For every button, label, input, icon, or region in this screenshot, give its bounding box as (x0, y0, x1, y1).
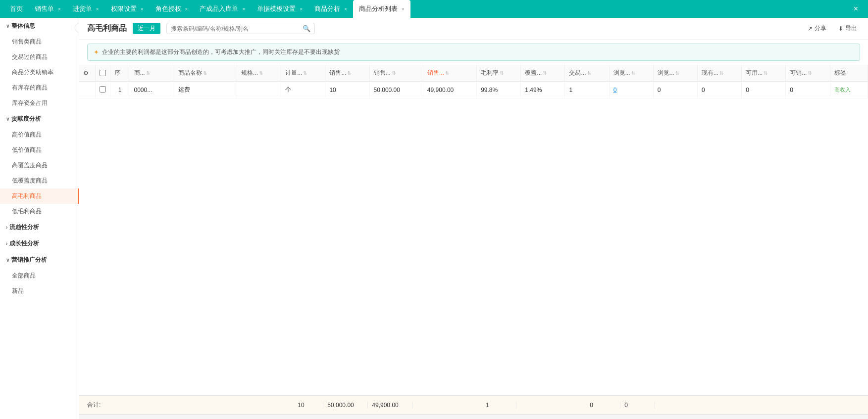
th-name[interactable]: 商品名称 ⇅ (174, 65, 237, 82)
sidebar-item-category-sales-rate[interactable]: 商品分类助销率 (0, 65, 79, 80)
sort-icon-stock1: ⇅ (719, 70, 723, 76)
th-unit[interactable]: 计量... ⇅ (281, 65, 325, 82)
data-table: ⚙ 序 商... ⇅ (79, 65, 868, 98)
search-box: 🔍 (166, 23, 315, 34)
section-arrow-trend: › (6, 225, 7, 230)
footer-cells: 10 50,000.00 49,900.00 1 0 0 (110, 402, 655, 409)
sidebar-section-overall[interactable]: ∨ 整体信息 (0, 18, 79, 34)
search-input[interactable] (171, 25, 301, 32)
search-icon[interactable]: 🔍 (303, 25, 310, 32)
close-sales-order-tab[interactable]: × (58, 6, 61, 12)
td-checkbox[interactable] (95, 82, 110, 98)
th-checkbox[interactable] (95, 65, 110, 82)
info-banner: ✦ 企业的主要的利润都是这部分商品创造的，可考虑加大推广，同时关注库存是不要出现… (87, 44, 860, 61)
th-sales3[interactable]: 销售... ⇅ (423, 65, 476, 82)
views1-link[interactable]: 0 (613, 87, 617, 93)
sidebar-item-high-value[interactable]: 高价值商品 (0, 127, 79, 142)
sort-icon-views2: ⇅ (675, 70, 679, 76)
nav-product-analysis[interactable]: 商品分析 × (308, 0, 353, 18)
th-stock1[interactable]: 现有... ⇅ (698, 65, 742, 82)
sidebar-item-stock-funds[interactable]: 库存资金占用 (0, 95, 79, 111)
footer-stock1-val: 0 (586, 402, 620, 409)
td-spec (237, 82, 281, 98)
settings-icon[interactable]: ⚙ (83, 70, 89, 77)
row-checkbox[interactable] (100, 86, 106, 93)
nav-purchase-order[interactable]: 进货单 × (67, 0, 105, 18)
sort-icon-coverage: ⇅ (543, 70, 547, 76)
sidebar-item-low-value[interactable]: 低价值商品 (0, 142, 79, 158)
footer-sales1-val: 10 (294, 402, 323, 409)
th-stock2[interactable]: 可用... ⇅ (742, 65, 786, 82)
th-sales2[interactable]: 销售... ⇅ (369, 65, 423, 82)
th-trades[interactable]: 交易... ⇅ (565, 65, 609, 82)
sort-icon-spec: ⇅ (259, 70, 263, 76)
sidebar-section-trend[interactable]: › 流趋性分析 (0, 219, 79, 235)
window-close-button[interactable]: × (848, 4, 864, 13)
info-icon: ✦ (94, 48, 99, 56)
export-button[interactable]: ⬇ 导出 (835, 23, 860, 34)
sort-icon-gross-rate: ⇅ (500, 70, 504, 76)
sidebar-item-sales-products[interactable]: 销售类商品 (0, 34, 79, 49)
close-product-instock-tab[interactable]: × (242, 6, 245, 12)
close-role-auth-tab[interactable]: × (185, 6, 188, 12)
sidebar-item-high-margin[interactable]: 高毛利商品 (0, 188, 79, 204)
close-permission-tab[interactable]: × (141, 6, 144, 12)
sidebar-section-contribution[interactable]: ∨ 贡献度分析 (0, 111, 79, 127)
content-header: 高毛利商品 近一月 🔍 ↗ 分享 ⬇ 导出 (79, 18, 868, 40)
sidebar-item-new-products[interactable]: 新品 (0, 283, 79, 299)
th-code[interactable]: 商... ⇅ (130, 65, 174, 82)
share-button[interactable]: ↗ 分享 (805, 23, 829, 34)
td-stock2: 0 (742, 82, 786, 98)
sort-icon-code: ⇅ (146, 70, 150, 76)
top-navbar: 首页 销售单 × 进货单 × 权限设置 × 角色授权 × 产成品入库单 × 单据… (0, 0, 868, 18)
th-settings[interactable]: ⚙ (79, 65, 95, 82)
td-stock1: 0 (698, 82, 742, 98)
sidebar-section-growth[interactable]: › 成长性分析 (0, 235, 79, 252)
nav-role-auth[interactable]: 角色授权 × (150, 0, 194, 18)
td-sales1: 10 (325, 82, 369, 98)
th-sales1[interactable]: 销售... ⇅ (325, 65, 369, 82)
nav-product-instock[interactable]: 产成品入库单 × (194, 0, 251, 18)
sidebar-item-traded-products[interactable]: 交易过的商品 (0, 49, 79, 65)
main-layout: 《 ∨ 整体信息 销售类商品 交易过的商品 商品分类助销率 有库存的商品 库存资… (0, 18, 868, 419)
th-spec[interactable]: 规格... ⇅ (237, 65, 281, 82)
nav-sales-order[interactable]: 销售单 × (29, 0, 67, 18)
page-title: 高毛利商品 (87, 23, 127, 34)
nav-home[interactable]: 首页 (4, 0, 29, 18)
td-trades: 1 (565, 82, 609, 98)
td-stock3: 0 (786, 82, 830, 98)
nav-permission-settings[interactable]: 权限设置 × (105, 0, 150, 18)
th-views2[interactable]: 浏览... ⇅ (653, 65, 697, 82)
sidebar-section-marketing[interactable]: ∨ 营销推广分析 (0, 252, 79, 268)
sort-icon-views1: ⇅ (631, 70, 635, 76)
section-arrow-overall: ∨ (6, 23, 9, 29)
nav-product-analysis-list[interactable]: 商品分析列表 × (353, 0, 410, 18)
footer-stock2-val: 0 (620, 402, 655, 409)
time-filter-button[interactable]: 近一月 (133, 23, 160, 34)
sidebar: 《 ∨ 整体信息 销售类商品 交易过的商品 商品分类助销率 有库存的商品 库存资… (0, 18, 79, 419)
th-stock3[interactable]: 可销... ⇅ (786, 65, 830, 82)
horizontal-scrollbar[interactable] (79, 414, 868, 419)
td-coverage: 1.49% (521, 82, 565, 98)
content-area: 高毛利商品 近一月 🔍 ↗ 分享 ⬇ 导出 ✦ 企业的主要的利润都是这部分商品创… (79, 18, 868, 419)
th-views1[interactable]: 浏览... ⇅ (609, 65, 653, 82)
close-product-analysis-tab[interactable]: × (344, 6, 347, 12)
td-views1: 0 (609, 82, 653, 98)
share-icon: ↗ (808, 25, 813, 32)
sidebar-item-all-products[interactable]: 全部商品 (0, 268, 79, 283)
nav-template-settings[interactable]: 单据模板设置 × (251, 0, 308, 18)
section-arrow-marketing: ∨ (6, 257, 9, 263)
sidebar-item-stocked-products[interactable]: 有库存的商品 (0, 80, 79, 95)
close-purchase-order-tab[interactable]: × (96, 6, 99, 12)
sidebar-item-high-coverage[interactable]: 高覆盖度商品 (0, 158, 79, 173)
sort-icon-unit: ⇅ (303, 70, 307, 76)
close-template-tab[interactable]: × (300, 6, 303, 12)
table-header-row: ⚙ 序 商... ⇅ (79, 65, 868, 82)
sidebar-item-low-coverage[interactable]: 低覆盖度商品 (0, 173, 79, 188)
sidebar-item-low-margin[interactable]: 低毛利商品 (0, 204, 79, 219)
sort-icon-trades: ⇅ (587, 70, 591, 76)
select-all-checkbox[interactable] (100, 70, 106, 76)
th-gross-rate[interactable]: 毛利率 ⇅ (477, 65, 521, 82)
close-product-analysis-list-tab[interactable]: × (402, 6, 405, 12)
th-coverage[interactable]: 覆盖... ⇅ (521, 65, 565, 82)
